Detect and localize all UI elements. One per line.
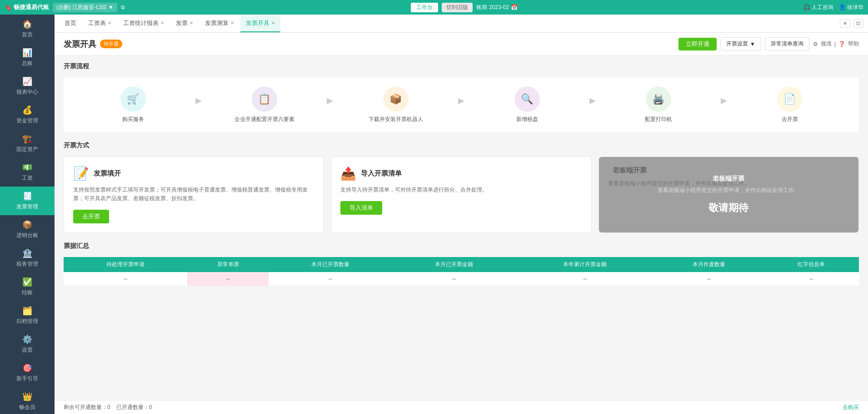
sidebar-item-invoice-mgmt[interactable]: 🧾 发票管理 <box>0 187 55 215</box>
flow-step-buy[interactable]: 🛒 购买服务 <box>73 86 193 123</box>
flow-step-icon-config: 📋 <box>252 86 277 112</box>
tab-close-invoice-calc[interactable]: ✕ <box>230 20 234 25</box>
billing-card-header-import: 📤 导入开票清单 <box>340 166 582 181</box>
immediate-open-button[interactable]: 立即开通 <box>678 38 717 50</box>
sidebar-icon-ledger: 📊 <box>22 48 32 58</box>
sidebar-icon-archive: 🗂️ <box>22 306 32 316</box>
tab-invoice-calc[interactable]: 发票测算✕ <box>200 15 239 32</box>
flow-step-download[interactable]: 📦 下载并安装开票机器人 <box>335 86 456 123</box>
sidebar-icon-funds: 💰 <box>22 105 32 115</box>
flow-step-open-invoice[interactable]: 📄 去开票 <box>729 86 850 123</box>
flow-arrow-2: ▶ <box>456 96 467 106</box>
flow-step-label-printer: 配置打印机 <box>645 116 672 123</box>
billing-card-btn-fill[interactable]: 去开票 <box>73 210 109 223</box>
sidebar-label-member: 畅会员 <box>19 404 35 411</box>
opened-label: 已开通数量：0 <box>116 404 152 410</box>
billing-card-old: 老板端开票 查看老板端小程序提交的开票申请，并作出相应处理工作。 老板端开票 查… <box>599 157 859 233</box>
sidebar-item-funds[interactable]: 💰 资金管理 <box>0 101 55 129</box>
tab-close-salary-report[interactable]: ✕ <box>160 20 164 25</box>
billing-card-btn-import[interactable]: 导入清单 <box>340 201 382 215</box>
sidebar-item-guide[interactable]: 🎯 新手引导 <box>0 358 55 387</box>
tab-invoice[interactable]: 发票✕ <box>170 15 199 32</box>
sidebar: 🏠 首页 📊 总账 📈 报表中心 💰 资金管理 🏗️ 固定资产 💵 工资 🧾 发… <box>0 15 55 414</box>
tab-label-salary: 工资表 <box>88 19 106 27</box>
summary-col-5: 本月作废数量 <box>654 257 763 272</box>
user-profile[interactable]: 👤 徐泽华 <box>839 4 863 11</box>
sidebar-item-purchase[interactable]: 📦 进销台账 <box>0 215 55 244</box>
flow-step-icon-tax: 🔍 <box>514 86 540 112</box>
copy-icon[interactable]: ⧉ <box>121 4 125 10</box>
sidebar-item-ledger[interactable]: 📊 总账 <box>0 43 55 72</box>
flow-step-label-open-invoice: 去开票 <box>782 116 798 123</box>
sidebar-item-archive[interactable]: 🗂️ 归档管理 <box>0 301 55 330</box>
tab-label-invoice: 发票 <box>176 19 188 27</box>
switch-button[interactable]: 切到旧版 <box>442 3 473 12</box>
flow-arrow-4: ▶ <box>718 96 729 106</box>
chevron-down-icon: ▼ <box>750 41 755 47</box>
company-selector[interactable]: (勿删) 江西服室-LSS ▼ <box>53 3 117 12</box>
tab-invoice-tool[interactable]: 发票开具✕ <box>240 15 280 32</box>
calendar-icon[interactable]: 📅 <box>511 4 518 10</box>
tab-label-salary-report: 工资统计报表 <box>123 19 159 27</box>
flow-steps: 🛒 购买服务 ▶ 📋 企业开通配置开票六要素 ▶ 📦 下载并安装开票机器人 ▶ … <box>64 77 859 132</box>
sidebar-icon-guide: 🎯 <box>22 363 32 373</box>
sidebar-item-home[interactable]: 🏠 首页 <box>0 15 55 43</box>
period-info: 账期 2023-02 📅 <box>476 4 518 11</box>
flow-step-printer[interactable]: 🖨️ 配置打印机 <box>598 86 718 123</box>
summary-cell-0: -- <box>64 272 187 286</box>
summary-body: -------------- <box>64 272 859 286</box>
billing-card-title-fill: 发票填开 <box>94 169 121 178</box>
divider: | <box>834 41 836 47</box>
sidebar-label-guide: 新手引导 <box>16 375 38 383</box>
sidebar-item-member[interactable]: 👑 畅会员 <box>0 387 55 414</box>
summary-cell-6: -- <box>763 272 859 286</box>
buy-link[interactable]: 去购买 <box>843 404 859 411</box>
consult-button[interactable]: 🎧 人工咨询 <box>803 4 833 11</box>
view-label: 视境 <box>821 40 832 48</box>
tab-close-invoice[interactable]: ✕ <box>190 20 193 25</box>
restore-button[interactable]: ⊡ <box>853 19 863 28</box>
tab-close-invoice-tool[interactable]: ✕ <box>271 20 275 25</box>
sidebar-item-settings[interactable]: ⚙️ 设置 <box>0 330 55 358</box>
summary-cell-5: -- <box>654 272 763 286</box>
summary-col-6: 红字信息单 <box>763 257 859 272</box>
sidebar-item-tax[interactable]: 🏦 税务管理 <box>0 244 55 273</box>
flow-step-icon-printer: 🖨️ <box>646 86 671 112</box>
sidebar-icon-home: 🏠 <box>22 19 32 29</box>
tab-close-salary[interactable]: ✕ <box>108 20 111 25</box>
workspace-button[interactable]: 工作台 <box>411 3 438 12</box>
tab-home[interactable]: 首页 <box>59 15 82 32</box>
tab-label-home: 首页 <box>65 19 76 27</box>
flow-step-label-download: 下载并安装开票机器人 <box>369 116 423 123</box>
summary-section-title: 票据汇总 <box>64 242 859 250</box>
summary-col-0: 待处理开票申请 <box>64 257 187 272</box>
sidebar-item-reports[interactable]: 📈 报表中心 <box>0 72 55 101</box>
sidebar-icon-member: 👑 <box>22 392 32 402</box>
billing-methods: 📝 发票填开 支持按照发票样式手工填写开发票；可开具增值税电子普通发票、增值税普… <box>64 157 859 233</box>
sidebar-label-tax: 税务管理 <box>16 260 38 268</box>
close-all-button[interactable]: ✕ <box>840 19 850 28</box>
tab-salary-report[interactable]: 工资统计报表✕ <box>118 15 170 32</box>
user-icon: 👤 <box>839 4 846 10</box>
billing-section-title: 开票方式 <box>64 141 859 150</box>
sidebar-label-settings: 设置 <box>22 346 33 354</box>
flow-step-icon-buy: 🛒 <box>120 86 146 112</box>
flow-step-config[interactable]: 📋 企业开通配置开票六要素 <box>204 86 324 123</box>
sidebar-item-salary[interactable]: 💵 工资 <box>0 158 55 187</box>
app-logo: 🔖 畅捷通易代账 <box>5 3 49 11</box>
settings-button[interactable]: 开票设置 ▼ <box>720 37 761 50</box>
bottom-bar: 剩余可开通数量：0 已开通数量：0 去购买 <box>55 400 868 414</box>
summary-col-3: 本月已开票金额 <box>392 257 516 272</box>
flow-step-tax[interactable]: 🔍 新增税盘 <box>467 86 587 123</box>
flow-arrow-0: ▶ <box>193 96 204 106</box>
sidebar-label-settlement: 结账 <box>22 289 33 297</box>
abnormal-list-button[interactable]: 异常清单查询 <box>765 37 809 50</box>
tab-salary[interactable]: 工资表✕ <box>83 15 117 32</box>
page-title-area: 发票开具 待开通 <box>64 39 122 50</box>
sidebar-item-assets[interactable]: 🏗️ 固定资产 <box>0 129 55 158</box>
summary-col-2: 本月已开票数量 <box>269 257 392 272</box>
page-header: 发票开具 待开通 立即开通 开票设置 ▼ 异常清单查询 ⚙ 视境 | ❓ 帮助 <box>55 33 868 56</box>
sidebar-item-settlement[interactable]: ✅ 结账 <box>0 273 55 301</box>
sidebar-label-assets: 固定资产 <box>16 146 38 153</box>
summary-col-1: 异常单票 <box>187 257 268 272</box>
